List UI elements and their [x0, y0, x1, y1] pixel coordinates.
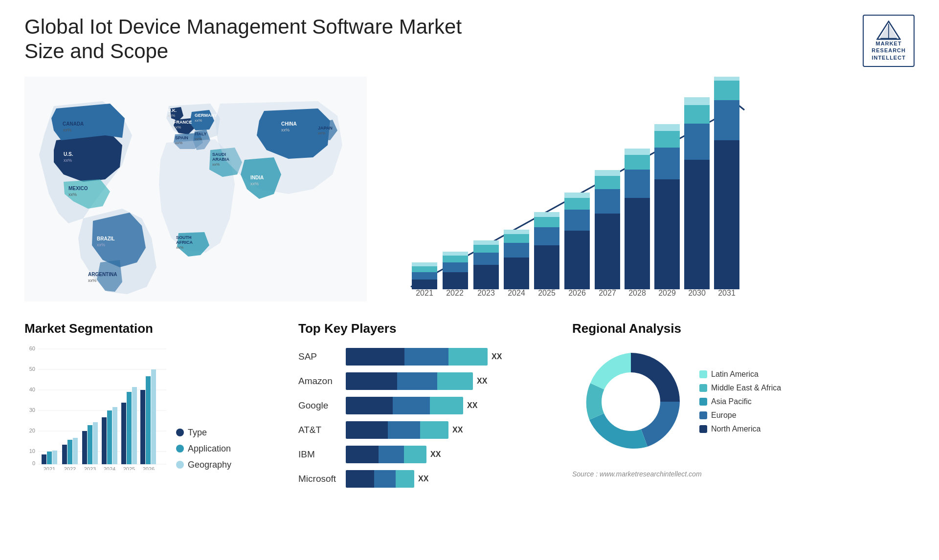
svg-text:10: 10: [29, 448, 35, 454]
svg-rect-93: [714, 81, 739, 100]
svg-text:xx%: xx%: [63, 128, 71, 132]
player-bar-microsoft: XX: [346, 470, 562, 488]
svg-text:xx%: xx%: [88, 278, 96, 283]
svg-text:ARABIA: ARABIA: [212, 157, 229, 162]
svg-rect-62: [473, 240, 499, 245]
svg-rect-126: [82, 431, 87, 464]
svg-text:GERMANY: GERMANY: [195, 113, 217, 118]
svg-rect-86: [654, 124, 680, 131]
svg-rect-133: [127, 392, 132, 464]
svg-text:xx%: xx%: [175, 141, 182, 145]
svg-rect-80: [625, 170, 650, 198]
svg-text:2025: 2025: [123, 466, 135, 470]
svg-text:JAPAN: JAPAN: [318, 126, 333, 130]
svg-rect-137: [151, 369, 156, 464]
players-title: Top Key Players: [298, 321, 562, 336]
legend-asia-pacific: Asia Pacific: [699, 397, 781, 406]
legend-application: Application: [176, 444, 277, 454]
svg-rect-92: [714, 100, 739, 140]
north-america-color: [699, 425, 707, 433]
legend-north-america: North America: [699, 425, 781, 433]
svg-rect-68: [534, 227, 559, 245]
svg-rect-73: [564, 198, 590, 210]
svg-text:2031: 2031: [718, 289, 736, 297]
svg-text:2025: 2025: [538, 289, 556, 297]
logo-icon: [876, 21, 901, 40]
svg-text:BRAZIL: BRAZIL: [97, 236, 115, 241]
svg-rect-70: [534, 212, 559, 217]
svg-text:SOUTH: SOUTH: [176, 235, 192, 240]
svg-text:SPAIN: SPAIN: [175, 135, 188, 140]
svg-rect-79: [625, 198, 650, 289]
svg-text:MEXICO: MEXICO: [68, 186, 88, 191]
map-section: CANADA xx% U.S. xx% MEXICO xx% BRAZIL xx…: [24, 77, 367, 321]
svg-rect-77: [595, 176, 620, 189]
player-bar-google: XX: [346, 397, 562, 414]
svg-text:2021: 2021: [416, 289, 433, 297]
svg-text:xx%: xx%: [68, 192, 77, 197]
player-google: Google: [298, 397, 336, 414]
segmentation-chart: 60 50 40 30 20 10 0: [24, 343, 171, 470]
svg-text:2023: 2023: [84, 466, 96, 470]
europe-color: [699, 411, 707, 419]
svg-text:2024: 2024: [104, 466, 115, 470]
svg-rect-75: [595, 214, 620, 289]
svg-text:60: 60: [29, 345, 35, 351]
svg-text:xx%: xx%: [195, 118, 202, 123]
svg-text:2023: 2023: [477, 289, 495, 297]
player-bar-amazon: XX: [346, 372, 562, 390]
svg-text:2027: 2027: [599, 289, 616, 297]
svg-text:U.S.: U.S.: [64, 151, 73, 157]
middle-east-africa-color: [699, 384, 707, 392]
svg-rect-123: [62, 445, 67, 464]
application-dot: [176, 445, 184, 452]
svg-text:CANADA: CANADA: [63, 121, 84, 127]
donut-legend: Latin America Middle East & Africa Asia …: [699, 370, 781, 433]
svg-rect-69: [534, 217, 559, 227]
svg-text:INDIA: INDIA: [250, 175, 264, 180]
player-bar-att: XX: [346, 421, 562, 439]
regional-section: Regional Analysis: [572, 321, 915, 507]
svg-text:xx%: xx%: [212, 162, 220, 167]
svg-text:2022: 2022: [64, 466, 76, 470]
svg-rect-82: [625, 149, 650, 155]
svg-rect-88: [684, 124, 710, 160]
svg-text:2026: 2026: [143, 466, 155, 470]
players-container: SAP Amazon Google AT&T IBM Microsoft X: [298, 343, 562, 488]
svg-text:2030: 2030: [688, 289, 706, 297]
type-dot: [176, 429, 184, 436]
svg-rect-58: [443, 252, 468, 256]
svg-rect-131: [112, 407, 117, 464]
page-title: Global Iot Device Management Software Ma…: [24, 15, 465, 64]
player-ibm: IBM: [298, 446, 336, 463]
latin-america-color: [699, 370, 707, 378]
svg-text:40: 40: [29, 387, 35, 392]
players-section: Top Key Players SAP Amazon Google AT&T I…: [298, 321, 562, 507]
svg-text:0: 0: [32, 460, 35, 466]
svg-rect-66: [504, 230, 529, 234]
source-text: Source : www.marketresearchintellect.com: [572, 470, 915, 478]
svg-text:CHINA: CHINA: [281, 121, 297, 127]
svg-rect-72: [564, 210, 590, 231]
svg-text:AFRICA: AFRICA: [176, 240, 193, 245]
donut-chart: [572, 343, 690, 460]
svg-point-144: [602, 372, 660, 431]
legend-type: Type: [176, 428, 277, 438]
svg-text:xx%: xx%: [195, 137, 202, 141]
svg-rect-56: [443, 262, 468, 272]
svg-rect-90: [684, 97, 710, 105]
svg-text:2026: 2026: [568, 289, 586, 297]
player-att: AT&T: [298, 421, 336, 439]
regional-title: Regional Analysis: [572, 321, 915, 336]
svg-rect-61: [473, 245, 499, 253]
svg-text:xx%: xx%: [318, 131, 325, 135]
players-bars-container: XX XX: [346, 343, 562, 488]
svg-text:FRANCE: FRANCE: [174, 120, 192, 125]
legend-europe: Europe: [699, 411, 781, 420]
svg-rect-57: [443, 256, 468, 262]
svg-rect-130: [107, 410, 112, 464]
svg-text:xx%: xx%: [174, 125, 181, 129]
header: Global Iot Device Management Software Ma…: [24, 15, 915, 67]
svg-text:xx%: xx%: [250, 181, 259, 186]
svg-rect-124: [67, 440, 72, 464]
